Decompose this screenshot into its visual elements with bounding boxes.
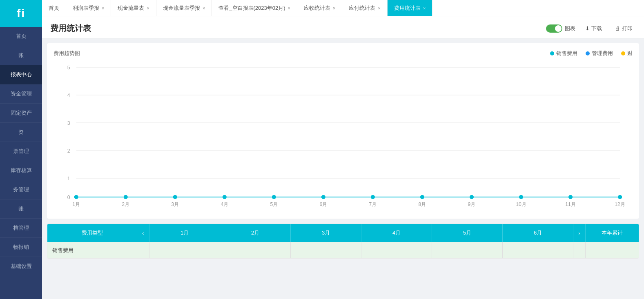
tab-bar: 首页 利润表季报 × 现金流量表 × 现金流量表季报 × 查看_空白报表(202… xyxy=(42,0,644,16)
svg-point-22 xyxy=(568,195,573,199)
page-area: 费用统计表 图表 ⬇ 下载 🖨 打印 xyxy=(42,16,644,299)
legend-mgmt-dot xyxy=(586,51,590,55)
svg-text:7月: 7月 xyxy=(369,202,377,207)
svg-point-21 xyxy=(519,195,523,199)
sidebar-item-settings[interactable]: 基础设置 xyxy=(0,257,42,276)
tab-expense-stat[interactable]: 费用统计表 × xyxy=(388,0,432,16)
tab-receivable-label: 应收统计表 xyxy=(304,4,330,12)
svg-text:0: 0 xyxy=(67,195,70,200)
print-icon: 🖨 xyxy=(615,25,620,31)
svg-point-19 xyxy=(420,195,424,199)
tab-receivable[interactable]: 应收统计表 × xyxy=(297,0,342,16)
th-month-1: 1月 xyxy=(149,224,220,242)
download-button[interactable]: ⬇ 下载 xyxy=(582,23,605,34)
td-month-0-3 xyxy=(291,242,361,258)
sidebar-item-resource[interactable]: 资 xyxy=(0,123,42,142)
svg-text:6月: 6月 xyxy=(319,202,327,207)
print-label: 打印 xyxy=(622,25,633,32)
svg-text:5: 5 xyxy=(67,65,70,71)
page-title: 费用统计表 xyxy=(50,23,91,34)
page-actions: 图表 ⬇ 下载 🖨 打印 xyxy=(546,23,636,34)
tab-blank-report-close[interactable]: × xyxy=(288,6,290,11)
sidebar-item-service-mgmt[interactable]: 务管理 xyxy=(0,180,42,199)
th-month-2: 2月 xyxy=(220,224,291,242)
svg-point-20 xyxy=(470,195,474,199)
tab-payable-close[interactable]: × xyxy=(378,6,380,11)
sidebar-item-invoice-mgmt[interactable]: 票管理 xyxy=(0,142,42,161)
td-total-0 xyxy=(586,242,639,258)
tab-profit-q-close[interactable]: × xyxy=(102,6,104,11)
legend-mgmt-label: 管理费用 xyxy=(592,50,613,57)
td-month-0-5 xyxy=(432,242,503,258)
tab-cash-flow-q-close[interactable]: × xyxy=(203,6,205,11)
td-nav-prev-0 xyxy=(137,242,149,258)
sidebar-item-home[interactable]: 首页 xyxy=(0,27,42,46)
table-row: 销售费用 xyxy=(47,242,639,258)
svg-text:3月: 3月 xyxy=(171,202,179,207)
tab-payable-label: 应付统计表 xyxy=(349,4,375,12)
td-nav-next-0 xyxy=(573,242,586,258)
sidebar-item-file-mgmt[interactable]: 档管理 xyxy=(0,219,42,238)
print-button[interactable]: 🖨 打印 xyxy=(612,23,636,34)
main-content: 首页 利润表季报 × 现金流量表 × 现金流量表季报 × 查看_空白报表(202… xyxy=(42,0,644,299)
tab-receivable-close[interactable]: × xyxy=(333,6,335,11)
tab-expense-stat-close[interactable]: × xyxy=(423,6,426,11)
legend-mgmt: 管理费用 xyxy=(586,50,613,57)
svg-text:4月: 4月 xyxy=(221,202,228,207)
sidebar-logo: fi xyxy=(0,0,42,27)
tab-profit-q[interactable]: 利润表季报 × xyxy=(66,0,111,16)
td-month-0-1 xyxy=(149,242,220,258)
tab-profit-q-label: 利润表季报 xyxy=(73,4,99,12)
svg-point-17 xyxy=(321,195,325,199)
tab-payable[interactable]: 应付统计表 × xyxy=(342,0,387,16)
th-month-1-label: 1月 xyxy=(180,229,189,237)
th-next[interactable]: › xyxy=(573,224,586,242)
tab-cash-flow-q[interactable]: 现金流量表季报 × xyxy=(156,0,212,16)
prev-icon[interactable]: ‹ xyxy=(142,230,144,236)
th-month-4: 4月 xyxy=(361,224,432,242)
sidebar-item-report-center[interactable]: 报表中心 xyxy=(0,65,42,84)
th-month-5-label: 5月 xyxy=(463,229,471,237)
chart-toggle-wrap: 图表 xyxy=(546,24,575,33)
svg-point-23 xyxy=(618,195,622,199)
tab-cash-flow-label: 现金流量表 xyxy=(118,4,144,12)
sidebar-item-expense[interactable]: 畅报销 xyxy=(0,238,42,257)
svg-text:1月: 1月 xyxy=(72,202,80,207)
legend-sales-dot xyxy=(550,51,554,55)
next-icon[interactable]: › xyxy=(578,230,580,236)
th-month-2-label: 2月 xyxy=(251,229,259,237)
sidebar-item-account[interactable]: 账 xyxy=(0,46,42,65)
expense-table: 费用类型 ‹ 1月 2月 3月 4月 xyxy=(47,224,639,259)
sidebar-item-fixed-assets[interactable]: 固定资产 xyxy=(0,104,42,123)
tab-cash-flow-close[interactable]: × xyxy=(147,6,149,11)
svg-text:2月: 2月 xyxy=(122,202,129,207)
svg-text:3: 3 xyxy=(67,120,70,126)
tab-blank-report[interactable]: 查看_空白报表(2023年02月) × xyxy=(212,0,297,16)
chart-toggle-label: 图表 xyxy=(565,25,575,32)
tab-expense-stat-label: 费用统计表 xyxy=(394,4,421,12)
chart-toggle[interactable] xyxy=(546,24,562,33)
download-label: 下载 xyxy=(591,25,602,32)
tab-home[interactable]: 首页 xyxy=(42,0,66,16)
svg-point-13 xyxy=(124,195,128,199)
td-month-0-2 xyxy=(220,242,291,258)
sidebar-item-inventory[interactable]: 库存核算 xyxy=(0,161,42,180)
sidebar-item-fund-mgmt[interactable]: 资金管理 xyxy=(0,84,42,104)
tab-cash-flow[interactable]: 现金流量表 × xyxy=(111,0,156,16)
legend-finance-dot xyxy=(621,51,625,55)
download-icon: ⬇ xyxy=(585,25,590,31)
svg-point-15 xyxy=(223,195,227,199)
page-header: 费用统计表 图表 ⬇ 下载 🖨 打印 xyxy=(42,16,644,38)
svg-text:12月: 12月 xyxy=(615,202,625,207)
svg-text:4: 4 xyxy=(67,93,70,98)
th-total-label: 本年累计 xyxy=(602,229,623,237)
th-month-4-label: 4月 xyxy=(392,229,401,237)
tab-home-label: 首页 xyxy=(49,4,59,12)
th-month-3-label: 3月 xyxy=(322,229,330,237)
th-prev[interactable]: ‹ xyxy=(137,224,149,242)
sidebar-item-ledger[interactable]: 账 xyxy=(0,199,42,219)
svg-text:8月: 8月 xyxy=(419,202,426,207)
chart-container: 5 4 3 2 1 0 xyxy=(53,61,633,212)
td-type-0-label: 销售费用 xyxy=(52,247,74,254)
svg-point-14 xyxy=(173,195,177,199)
